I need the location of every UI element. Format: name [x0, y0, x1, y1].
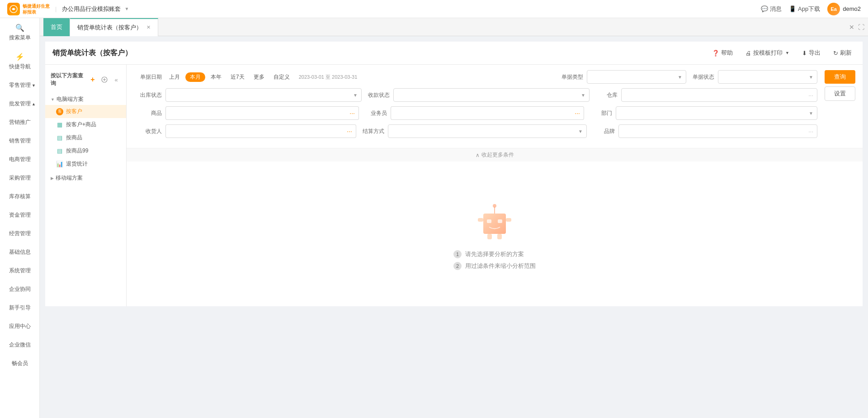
top-bar-right: 💬 消息 📱 App下载 Ea demo2 — [761, 3, 861, 15]
date-btn-7days[interactable]: 近7天 — [227, 72, 248, 82]
chart-icon-1: ▦ — [56, 121, 63, 128]
svg-rect-12 — [497, 234, 502, 239]
tree-section: ▼ 电脑端方案 客 按客户 ▦ 按客户+商品 — [45, 91, 126, 186]
app-download-button[interactable]: 📱 App下载 — [789, 5, 820, 13]
tree-group-desktop-header[interactable]: ▼ 电脑端方案 — [45, 94, 126, 105]
payment-arrow: ▼ — [581, 93, 585, 98]
svg-rect-4 — [483, 214, 506, 234]
sidebar-item-search[interactable]: 🔍 搜索菜单 — [0, 18, 39, 47]
query-button[interactable]: 查询 — [825, 70, 855, 84]
tree-group-mobile: ▶ 移动端方案 — [45, 171, 126, 185]
order-status-select[interactable]: ▼ — [718, 70, 817, 84]
export-button[interactable]: ⬇ 导出 — [798, 47, 824, 59]
sidebar-item-marketing[interactable]: 营销推广 — [0, 113, 39, 132]
goods-label: 商品 — [134, 109, 165, 117]
sidebar-item-ecommerce[interactable]: 电商管理 — [0, 150, 39, 169]
close-tab-icon[interactable]: ✕ — [146, 24, 151, 30]
recipient-select[interactable] — [165, 124, 343, 138]
recipient-dots-btn[interactable]: ··· — [343, 124, 356, 138]
goods-select[interactable] — [165, 106, 346, 120]
sidebar-item-quicknav[interactable]: ⚡ 快捷导航 — [0, 47, 39, 76]
home-tab-label: 首页 — [51, 23, 62, 31]
hint-number-1: 1 — [453, 250, 462, 258]
quicknav-icon: ⚡ — [15, 52, 24, 61]
tree-item-by-customer[interactable]: 客 按客户 — [45, 105, 126, 118]
left-panel-actions: + « — [88, 75, 121, 84]
order-type-arrow: ▼ — [678, 75, 682, 80]
tab-home[interactable]: 首页 — [43, 18, 70, 36]
page-title: 销货单统计表（按客户） — [52, 48, 132, 58]
order-type-select[interactable]: ▼ — [587, 70, 686, 84]
tab-sales-stats[interactable]: 销货单统计表（按客户） ✕ — [70, 18, 158, 36]
logo-area: 畅捷通好生意 标报表 — [7, 3, 50, 15]
sidebar-item-operation[interactable]: 经营管理 — [0, 224, 39, 243]
help-button[interactable]: ❓ 帮助 — [708, 47, 736, 59]
user-area[interactable]: Ea demo2 — [827, 3, 861, 15]
sidebar-item-appcenter[interactable]: 应用中心 — [0, 317, 39, 336]
tree-item-return-label: 退货统计 — [66, 160, 88, 168]
dept-select[interactable]: ▼ — [616, 106, 817, 120]
sidebar-item-inventory[interactable]: 库存核算 — [0, 187, 39, 206]
sidebar-item-retail[interactable]: 零售管理 ▼ — [0, 76, 39, 95]
sidebar-item-enterprise[interactable]: 企业协同 — [0, 280, 39, 299]
date-btn-this-year[interactable]: 本年 — [207, 72, 225, 82]
tree-group-mobile-header[interactable]: ▶ 移动端方案 — [45, 172, 126, 184]
tree-item-customer-goods[interactable]: ▦ 按客户+商品 — [45, 118, 126, 131]
print-icon: 🖨 — [745, 50, 751, 57]
sidebar-item-purchase[interactable]: 采购管理 — [0, 169, 39, 187]
template-print-button[interactable]: 🖨 按模板打印 ▼ — [742, 47, 793, 59]
date-btn-more[interactable]: 更多 — [250, 72, 268, 82]
page-actions: ❓ 帮助 🖨 按模板打印 ▼ ⬇ 导出 ↻ — [708, 47, 855, 59]
date-btn-last-month[interactable]: 上月 — [165, 72, 184, 82]
sidebar-item-system[interactable]: 系统管理 — [0, 261, 39, 280]
brand-select[interactable]: ··· — [618, 124, 817, 138]
sales-dots-btn[interactable]: ··· — [571, 106, 584, 120]
sidebar-item-basic[interactable]: 基础信息 — [0, 243, 39, 261]
svg-rect-9 — [478, 218, 483, 222]
message-button[interactable]: 💬 消息 — [761, 5, 782, 13]
refresh-button[interactable]: ↻ 刷新 — [830, 47, 855, 59]
date-range-display: 2023-03-01 至 2023-03-31 — [299, 74, 358, 81]
customer-icon: 客 — [56, 108, 63, 115]
tab-bar: 首页 销货单统计表（按客户） ✕ ✕ ⛶ — [40, 18, 868, 36]
payment-status-select[interactable]: ▼ — [393, 88, 590, 102]
tab-close-window-icon[interactable]: ✕ — [849, 24, 854, 31]
filter-main-wrapper: 销货单统计表（按客户） ❓ 帮助 🖨 按模板打印 ▼ ⬇ — [45, 42, 863, 306]
settlement-label: 结算方式 — [356, 128, 388, 135]
add-scheme-button[interactable]: + — [88, 75, 97, 84]
goods-dots-btn[interactable]: ··· — [346, 106, 359, 120]
collapse-panel-button[interactable]: « — [112, 75, 121, 84]
date-btn-this-month[interactable]: 本月 — [185, 72, 205, 82]
sidebar-item-wechat[interactable]: 企业微信 — [0, 336, 39, 354]
tree-item-goods99[interactable]: ▤ 按商品99 — [45, 144, 126, 157]
page-content: 销货单统计表（按客户） ❓ 帮助 🖨 按模板打印 ▼ ⬇ — [40, 36, 868, 418]
collapse-text: 收起更多条件 — [481, 151, 514, 159]
filter-row-4: 收货人 ··· 结算方式 — [134, 124, 817, 138]
date-group: 上月 本月 本年 近7天 更多 自定义 2023-03-01 至 2023-03… — [165, 72, 555, 82]
sidebar-item-finance[interactable]: 资金管理 — [0, 206, 39, 224]
inner-layout: 按以下方案查询 + « — [45, 65, 863, 306]
tree-item-customer-label: 按客户 — [66, 108, 82, 115]
sales-label: 业务员 — [359, 109, 391, 117]
edit-scheme-button[interactable] — [100, 75, 109, 84]
sales-select[interactable] — [391, 106, 571, 120]
sidebar-item-wholesale[interactable]: 批发管理 ▲ — [0, 95, 39, 113]
date-btn-custom[interactable]: 自定义 — [270, 72, 293, 82]
btn-group: 查询 设置 — [825, 65, 863, 148]
filter-row-3: 商品 ··· 业务员 — [134, 106, 817, 120]
collapse-bar[interactable]: ∧ 收起更多条件 — [127, 148, 863, 162]
settlement-select[interactable]: ▼ — [388, 124, 587, 138]
stock-status-label: 出库状态 — [134, 91, 165, 99]
tree-item-return-stats[interactable]: 📊 退货统计 — [45, 157, 126, 171]
settings-button[interactable]: 设置 — [825, 86, 855, 101]
sidebar-item-sales[interactable]: 销售管理 — [0, 132, 39, 150]
stock-status-select[interactable]: ▼ — [165, 88, 362, 102]
sidebar-item-newguide[interactable]: 新手引导 — [0, 299, 39, 317]
refresh-icon: ↻ — [833, 50, 838, 57]
tree-item-by-goods[interactable]: ▤ 按商品 — [45, 131, 126, 144]
warehouse-select[interactable]: ··· — [621, 88, 817, 102]
system-dropdown-arrow[interactable]: ▼ — [124, 6, 129, 11]
order-status-arrow: ▼ — [809, 75, 813, 80]
tab-maximize-icon[interactable]: ⛶ — [858, 24, 864, 31]
sidebar-item-member[interactable]: 畅会员 — [0, 354, 39, 373]
